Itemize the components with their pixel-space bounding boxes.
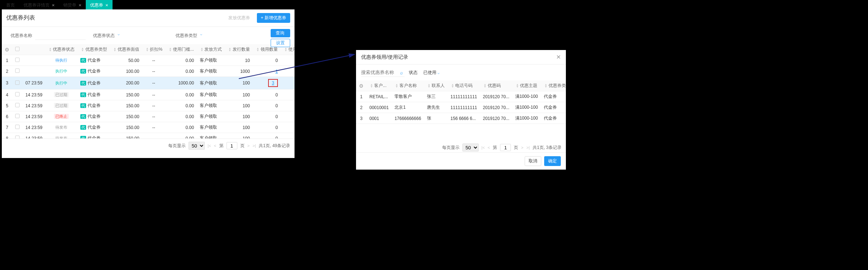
sort-icon[interactable]: ▲▼ <box>428 84 431 88</box>
filter-name-input[interactable] <box>35 31 86 40</box>
column-header[interactable]: ▲▼ 折扣% <box>142 44 165 55</box>
sort-icon[interactable]: ▲▼ <box>81 47 84 52</box>
cell-claimed[interactable]: 0 <box>253 122 281 133</box>
per-page-select[interactable]: 50 <box>189 142 205 150</box>
cell-claimed[interactable]: 1 <box>253 66 281 77</box>
sort-icon[interactable]: ▲▼ <box>169 47 172 52</box>
add-coupon-button[interactable]: + 新增优惠券 <box>257 13 290 23</box>
row-checkbox[interactable] <box>15 114 20 118</box>
column-header[interactable]: ▲▼ 客户名称 <box>391 80 424 91</box>
column-header[interactable]: ▲▼ 优惠券类型 <box>77 44 110 55</box>
row-checkbox[interactable] <box>15 136 20 138</box>
column-header[interactable]: ▲▼ 优惠券状态 <box>45 44 77 55</box>
query-button[interactable]: 查询 <box>271 29 290 37</box>
cancel-button[interactable]: 取消 <box>525 156 541 166</box>
sort-icon[interactable]: ▲▼ <box>114 47 117 52</box>
tab-item[interactable]: 销货单✕ <box>59 0 86 10</box>
sort-icon[interactable]: ▲▼ <box>516 84 519 88</box>
column-header[interactable]: ▲▼ 发行数量 <box>225 44 253 55</box>
setting-button[interactable]: 设置 <box>271 39 290 47</box>
column-header[interactable]: ⚙ <box>356 80 367 91</box>
first-page-button[interactable]: |< <box>208 144 211 148</box>
close-icon[interactable]: ✕ <box>556 54 561 61</box>
cell-used[interactable]: 1 <box>281 77 295 90</box>
table-row[interactable]: 200010001北京1唐先生111111111112019120 70...满… <box>356 102 566 113</box>
column-header[interactable] <box>22 44 45 55</box>
cell-claimed[interactable]: 0 <box>253 100 281 111</box>
close-icon[interactable]: ✕ <box>79 3 81 7</box>
sort-icon[interactable]: ▲▼ <box>370 84 373 88</box>
sort-icon[interactable]: ▲▼ <box>228 47 231 52</box>
row-checkbox[interactable] <box>15 92 20 96</box>
per-page-select[interactable]: 50 <box>462 144 479 151</box>
row-checkbox[interactable] <box>15 80 20 85</box>
search-input[interactable] <box>361 68 405 77</box>
tab-item[interactable]: 首页 <box>2 0 19 10</box>
column-header[interactable]: ▲▼ 电话号码 <box>448 80 480 91</box>
sort-icon[interactable]: ▲▼ <box>451 84 454 88</box>
cell-used[interactable]: 0 <box>281 111 295 122</box>
close-icon[interactable]: ✕ <box>52 3 55 7</box>
column-header[interactable]: ▲▼ 使用门槛... <box>165 44 197 55</box>
table-row[interactable]: 614 23:59已终止代代金券150.00--0.00客户领取10000↗⊞ <box>2 111 295 122</box>
cell-claimed[interactable]: 0 <box>253 90 281 100</box>
column-header[interactable]: ▲▼ 发放方式 <box>197 44 225 55</box>
row-checkbox[interactable] <box>15 58 20 62</box>
table-row[interactable]: 307 23:59执行中代代金券200.00--1000.00客户领取10031… <box>2 77 295 90</box>
table-row[interactable]: 1待执行代代金券50.00--0.00客户领取1000↗⊞ <box>2 55 295 66</box>
search-icon[interactable]: ⌕ <box>400 70 403 75</box>
gear-icon[interactable]: ⚙ <box>359 83 364 89</box>
sort-icon[interactable]: ▲▼ <box>200 47 203 52</box>
prev-page-button[interactable]: < <box>488 145 490 150</box>
filter-type-select[interactable]: ⌵ <box>200 31 251 40</box>
cell-used[interactable]: 0 <box>281 100 295 111</box>
cell-claimed[interactable]: 0 <box>253 133 281 139</box>
page-input[interactable] <box>226 142 237 149</box>
column-header[interactable]: ▲▼ 优惠码 <box>480 80 512 91</box>
cell-claimed[interactable]: 0 <box>253 111 281 122</box>
distribute-button[interactable]: 发放优惠券 <box>224 13 254 23</box>
column-header[interactable]: ▲▼ 优惠主题 <box>512 80 541 91</box>
column-header[interactable] <box>12 44 22 55</box>
cell-used[interactable]: 0 <box>281 133 295 139</box>
sort-icon[interactable]: ▲▼ <box>257 47 259 52</box>
last-page-button[interactable]: >| <box>253 144 256 148</box>
sort-icon[interactable]: ▲▼ <box>484 84 487 88</box>
sort-icon[interactable]: ▲▼ <box>545 84 547 88</box>
column-header[interactable]: ⚙ <box>2 44 12 55</box>
cell-used[interactable]: 0 <box>281 66 295 77</box>
table-row[interactable]: 714 23:59待发布代代金券150.00--0.00客户领取10000↗⊞ <box>2 122 295 133</box>
gear-icon[interactable]: ⚙ <box>5 47 9 53</box>
cell-used[interactable]: 0 <box>281 55 295 66</box>
ok-button[interactable]: 确定 <box>544 156 561 166</box>
table-row[interactable]: 414 23:59已过期代代金券150.00--0.00客户领取10000↗⊞ <box>2 90 295 100</box>
tab-item[interactable]: 优惠券详情页✕ <box>19 0 59 10</box>
column-header[interactable]: ▲▼ 客户... <box>367 80 391 91</box>
row-checkbox[interactable] <box>15 68 20 73</box>
cell-used[interactable]: 0 <box>281 122 295 133</box>
table-row[interactable]: 3000117666666666张156 6666 6...2019120 70… <box>356 113 566 124</box>
first-page-button[interactable]: |< <box>482 145 485 150</box>
table-row[interactable]: 514 23:59已过期代代金券150.00--0.00客户领取10000↗⊞ <box>2 100 295 111</box>
table-row[interactable]: 1RETAIL...零散客户张三111111111112019120 70...… <box>356 91 566 102</box>
select-all-checkbox[interactable] <box>15 47 20 51</box>
column-header[interactable]: ▲▼ 优惠券类 <box>541 80 566 91</box>
sort-icon[interactable]: ▲▼ <box>146 47 149 52</box>
row-checkbox[interactable] <box>15 103 20 107</box>
state-select[interactable]: 已使用 ⌵ <box>422 69 447 76</box>
sort-icon[interactable]: ▲▼ <box>49 47 52 52</box>
last-page-button[interactable]: >| <box>526 145 530 150</box>
cell-claimed[interactable]: 0 <box>253 55 281 66</box>
sort-icon[interactable]: ▲▼ <box>395 84 398 88</box>
prev-page-button[interactable]: < <box>214 144 216 148</box>
next-page-button[interactable]: > <box>247 144 250 148</box>
page-input[interactable] <box>500 144 511 151</box>
cell-claimed[interactable]: 3 <box>253 77 281 90</box>
close-icon[interactable]: ✕ <box>105 3 108 7</box>
row-checkbox[interactable] <box>15 125 20 129</box>
column-header[interactable]: ▲▼ 联系人 <box>424 80 448 91</box>
next-page-button[interactable]: > <box>521 145 523 150</box>
sort-icon[interactable]: ▲▼ <box>284 47 287 52</box>
table-row[interactable]: 2执行中代代金券100.00--0.00客户领取100010↗⊞ <box>2 66 295 77</box>
filter-status-select[interactable]: ⌵ <box>118 31 168 40</box>
